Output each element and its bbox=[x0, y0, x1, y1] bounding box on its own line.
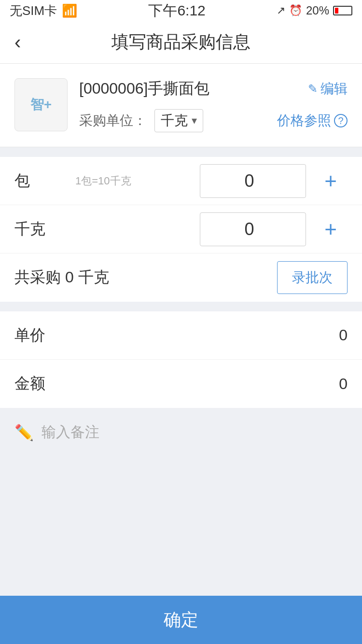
note-placeholder: 输入备注 bbox=[42, 422, 99, 442]
product-info: [0000006]手撕面包 ✎ 编辑 采购单位： 千克 ▾ 价格参照 ? bbox=[79, 78, 348, 132]
batch-button[interactable]: 录批次 bbox=[277, 261, 348, 294]
price-ref-button[interactable]: 价格参照 ? bbox=[277, 112, 348, 130]
bag-label: 包 bbox=[14, 170, 72, 192]
battery-icon bbox=[333, 6, 352, 15]
battery-percent: 20% bbox=[306, 4, 329, 17]
kg-label: 千克 bbox=[14, 219, 72, 240]
location-icon: ↗ bbox=[277, 4, 285, 17]
separator-1 bbox=[0, 147, 362, 157]
note-section[interactable]: ✏️ 输入备注 bbox=[0, 408, 362, 457]
product-name: [0000006]手撕面包 bbox=[79, 78, 209, 99]
unit-price-value: 0 bbox=[339, 326, 348, 344]
summary-text: 共采购 0 千克 bbox=[14, 267, 109, 288]
unit-value: 千克 bbox=[161, 112, 188, 130]
status-left: 无SIM卡 📶 bbox=[10, 2, 77, 19]
wifi-icon: 📶 bbox=[62, 3, 77, 18]
page-title: 填写商品采购信息 bbox=[111, 30, 251, 54]
edit-label: 编辑 bbox=[320, 80, 348, 98]
edit-icon: ✎ bbox=[308, 82, 318, 96]
amount-value: 0 bbox=[339, 375, 348, 393]
kg-plus-button[interactable]: + bbox=[314, 212, 348, 246]
chevron-down-icon: ▾ bbox=[192, 114, 197, 127]
bag-plus-button[interactable]: + bbox=[314, 164, 348, 198]
kg-input-area: + bbox=[72, 212, 348, 246]
kg-row: 千克 + bbox=[0, 205, 362, 253]
bag-input[interactable] bbox=[200, 164, 306, 198]
unit-price-label: 单价 bbox=[14, 325, 45, 346]
carrier-label: 无SIM卡 bbox=[10, 2, 57, 19]
unit-price-row: 单价 0 bbox=[0, 311, 362, 360]
pencil-icon: ✏️ bbox=[14, 423, 34, 442]
summary-row: 共采购 0 千克 录批次 bbox=[0, 253, 362, 302]
product-name-row: [0000006]手撕面包 ✎ 编辑 bbox=[79, 78, 348, 99]
amount-label: 金额 bbox=[14, 373, 45, 394]
confirm-button[interactable]: 确定 bbox=[0, 596, 362, 644]
bag-sub-label: 1包=10千克 bbox=[75, 174, 131, 188]
amount-row: 金额 0 bbox=[0, 360, 362, 408]
edit-button[interactable]: ✎ 编辑 bbox=[308, 80, 348, 98]
status-time: 下午6:12 bbox=[148, 1, 205, 21]
unit-row: 采购单位： 千克 ▾ 价格参照 ? bbox=[79, 109, 348, 132]
separator-2 bbox=[0, 302, 362, 311]
status-right: ↗ ⏰ 20% bbox=[277, 4, 352, 17]
info-icon: ? bbox=[334, 114, 348, 127]
kg-input[interactable] bbox=[200, 212, 306, 246]
product-image: 智+ bbox=[14, 78, 68, 131]
form-section: 包 1包=10千克 + 千克 + bbox=[0, 157, 362, 253]
product-logo: 智+ bbox=[30, 96, 52, 114]
alarm-icon: ⏰ bbox=[289, 4, 302, 17]
nav-bar: ‹ 填写商品采购信息 bbox=[0, 21, 362, 64]
back-button[interactable]: ‹ bbox=[14, 31, 21, 53]
content-spacer bbox=[0, 457, 362, 596]
bag-input-area: + bbox=[131, 164, 348, 198]
product-card: 智+ [0000006]手撕面包 ✎ 编辑 采购单位： 千克 ▾ bbox=[0, 64, 362, 147]
bag-row: 包 1包=10千克 + bbox=[0, 157, 362, 205]
status-bar: 无SIM卡 📶 下午6:12 ↗ ⏰ 20% bbox=[0, 0, 362, 21]
price-section: 单价 0 金额 0 bbox=[0, 311, 362, 408]
unit-label: 采购单位： bbox=[79, 112, 147, 130]
price-ref-label: 价格参照 bbox=[277, 112, 331, 130]
unit-select[interactable]: 千克 ▾ bbox=[154, 109, 203, 132]
